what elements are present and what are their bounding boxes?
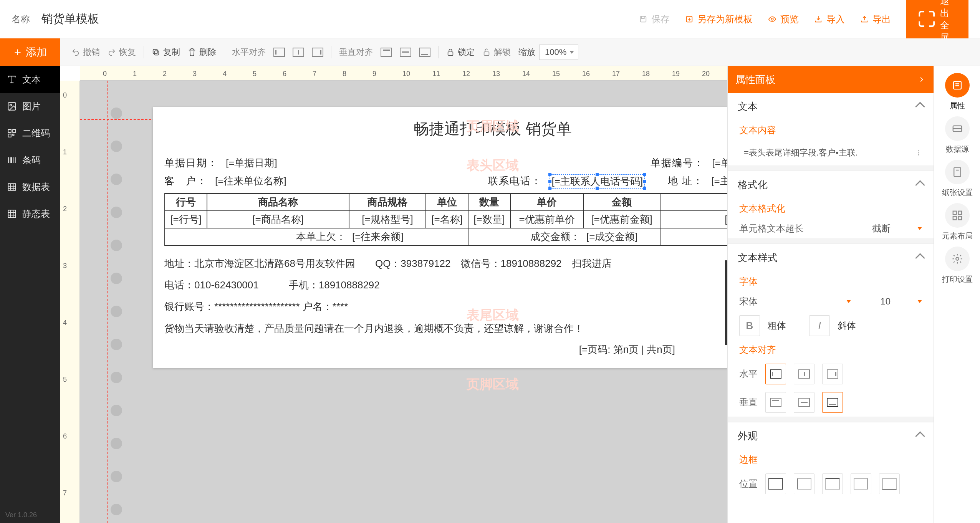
lock-icon: [446, 48, 455, 56]
export-button[interactable]: 导出: [860, 13, 891, 25]
redo-button[interactable]: 恢复: [104, 46, 140, 58]
saveas-button[interactable]: 另存为新模板: [685, 13, 753, 25]
saveas-icon: [685, 15, 694, 23]
svg-rect-12: [484, 52, 489, 55]
section-style[interactable]: 文本样式: [728, 244, 934, 271]
unlock-button[interactable]: 解锁: [478, 46, 515, 58]
more-icon[interactable]: [915, 149, 922, 156]
zoom-label: 缩放: [518, 46, 535, 58]
svg-point-4: [771, 18, 773, 20]
svg-rect-93: [954, 81, 961, 89]
zoom-select[interactable]: 100%: [539, 45, 578, 60]
copy-button[interactable]: 复制: [148, 46, 184, 58]
sidebar-image[interactable]: 图片: [0, 93, 60, 120]
image-icon: [7, 101, 17, 111]
border-left[interactable]: [794, 473, 814, 494]
sidebar-text[interactable]: 文本: [0, 66, 60, 93]
sidebar-datatable[interactable]: 数据表: [0, 174, 60, 200]
valign-top-icon: [381, 48, 392, 57]
sidebar-statictable[interactable]: 静态表: [0, 200, 60, 227]
sidebar-barcode[interactable]: 条码: [0, 147, 60, 174]
section-format[interactable]: 格式化: [728, 171, 934, 199]
save-label: 保存: [651, 13, 670, 25]
valign-bottom[interactable]: [822, 392, 843, 413]
cust-label[interactable]: 客 户：: [164, 174, 207, 189]
halign-right[interactable]: [822, 364, 843, 384]
date-value[interactable]: [=单据日期]: [226, 156, 277, 170]
svg-rect-19: [8, 134, 11, 137]
copy-icon: [152, 48, 160, 56]
add-button[interactable]: 添加: [0, 38, 60, 66]
save-button[interactable]: 保存: [639, 13, 670, 25]
import-button[interactable]: 导入: [814, 13, 845, 25]
selected-field[interactable]: [=主联系人电话号码]: [550, 174, 645, 189]
rail-paper[interactable]: 纸张设置: [942, 160, 973, 198]
halign-center[interactable]: [794, 364, 814, 384]
rail-layout[interactable]: 元素布局: [942, 203, 973, 241]
undo-button[interactable]: 撤销: [68, 46, 104, 58]
import-icon: [814, 15, 823, 23]
chevron-up-icon: [915, 102, 925, 111]
border-right[interactable]: [851, 473, 871, 494]
grid-icon: [7, 209, 17, 219]
tel-value: [=主联系人电话号码]: [551, 175, 643, 187]
add-label: 添加: [26, 45, 47, 60]
text-content-input[interactable]: =表头表尾详细字段.客户•主联.: [739, 144, 907, 162]
rail-datasource[interactable]: 数据源: [945, 116, 970, 154]
bold-button[interactable]: B: [739, 315, 760, 336]
valign-mid-button[interactable]: [396, 48, 415, 57]
section-text[interactable]: 文本: [728, 93, 934, 120]
lock-button[interactable]: 锁定: [442, 46, 478, 58]
valign-top[interactable]: [765, 392, 786, 413]
qrcode-icon: [7, 128, 17, 138]
halign-left[interactable]: [765, 364, 786, 384]
valign-bot-button[interactable]: [415, 48, 434, 57]
svg-rect-102: [953, 217, 956, 220]
preview-button[interactable]: 预览: [768, 13, 799, 25]
rail-props[interactable]: 属性: [945, 73, 970, 111]
chevron-up-icon: [915, 180, 925, 190]
valign-bottom-icon: [419, 48, 430, 57]
align-section-label: 文本对齐: [728, 340, 934, 360]
border-top[interactable]: [822, 473, 843, 494]
trash-icon: [188, 48, 196, 56]
date-label[interactable]: 单据日期：: [164, 156, 218, 170]
halign-left-button[interactable]: [270, 48, 289, 57]
text-format-label: 文本格式化: [728, 199, 934, 218]
overflow-select[interactable]: 单元格文本超长 截断: [728, 218, 934, 238]
save-icon: [639, 15, 647, 23]
guideline-v[interactable]: [107, 81, 108, 523]
border-label: 边框: [728, 450, 934, 470]
tel-label[interactable]: 联系电话：: [488, 174, 542, 189]
cust-value[interactable]: [=往来单位名称]: [215, 174, 286, 189]
import-label: 导入: [826, 13, 845, 25]
font-label: 字体: [728, 271, 934, 291]
font-family-select[interactable]: 宋体: [739, 295, 758, 308]
halign-right-button[interactable]: [308, 48, 327, 57]
italic-label: 斜体: [838, 319, 856, 332]
data-table[interactable]: 行号 商品名称 商品规格 单位 数量 单价 金额 备注 [=行号] [=商品名称…: [164, 193, 821, 246]
page-code[interactable]: [=页码: 第n页 | 共n页]: [579, 343, 675, 356]
svg-rect-31: [8, 210, 16, 218]
delete-button[interactable]: 删除: [184, 46, 220, 58]
font-size-select[interactable]: 10: [880, 296, 891, 307]
halign-center-button[interactable]: [289, 48, 308, 57]
sidebar-qrcode[interactable]: 二维码: [0, 120, 60, 147]
no-label[interactable]: 单据编号：: [651, 156, 704, 170]
rail-print[interactable]: 打印设置: [942, 247, 973, 285]
section-appearance[interactable]: 外观: [728, 422, 934, 450]
align-center-icon: [293, 48, 304, 57]
svg-point-92: [918, 155, 919, 156]
border-all[interactable]: [765, 473, 786, 494]
border-bottom[interactable]: [879, 473, 900, 494]
addr-label[interactable]: 地 址：: [668, 174, 704, 189]
valign-middle[interactable]: [794, 392, 814, 413]
svg-point-104: [956, 257, 959, 260]
saveas-label: 另存为新模板: [697, 13, 753, 25]
svg-rect-26: [8, 184, 16, 190]
chevron-right-icon[interactable]: [917, 75, 926, 84]
valign-top-button[interactable]: [377, 48, 396, 57]
italic-button[interactable]: I: [809, 315, 830, 336]
redo-icon: [108, 48, 116, 56]
page-thumb-dots: [111, 108, 122, 515]
